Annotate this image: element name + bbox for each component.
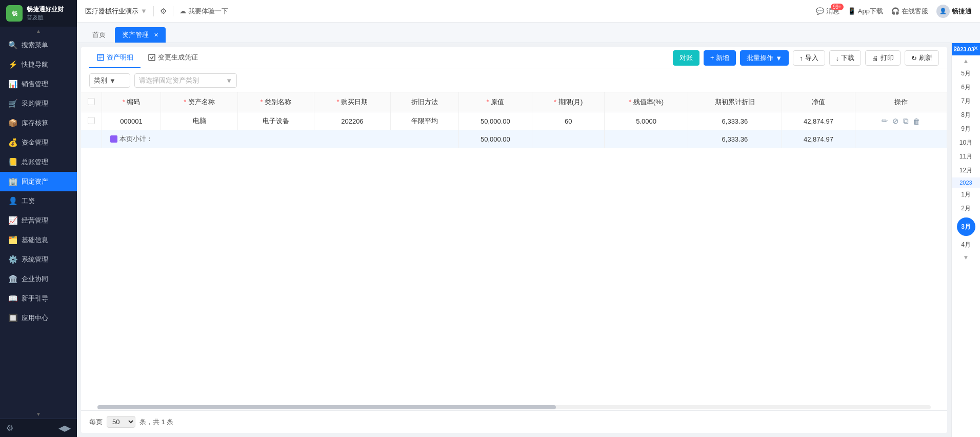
category-type-select[interactable]: 类别 ▼ (89, 73, 130, 88)
sidebar-item-operations[interactable]: 📈 经营管理 (0, 211, 77, 230)
calendar-month-1[interactable]: 1月 (952, 188, 980, 202)
sidebar-item-quicknav[interactable]: ⚡ 快捷导航 (0, 55, 77, 74)
th-original-value: 原值 (458, 92, 532, 112)
header-checkbox[interactable] (88, 98, 95, 105)
calendar-month-8[interactable]: 8月 (952, 108, 980, 122)
sidebar-nav: 🔍 搜索菜单 ⚡ 快捷导航 📊 销售管理 🛒 采购管理 📦 库存核算 💰 资金管… (0, 35, 77, 410)
category-type-dropdown-icon: ▼ (109, 77, 116, 85)
copy-icon[interactable]: ⧉ (903, 116, 909, 126)
edit-icon[interactable]: ✏ (882, 116, 888, 126)
row-residual-rate: 5.0000 (605, 112, 688, 130)
row-net-value: 42,874.97 (782, 112, 855, 130)
pagination: 每页 50 100 200 条，共 1 条 (81, 410, 947, 433)
message-button[interactable]: 💬 消息 99+ (816, 7, 839, 16)
sidebar-item-funds[interactable]: 💰 资金管理 (0, 133, 77, 152)
calendar-month-3-current[interactable]: 3月 (957, 217, 975, 236)
settings-gear-icon[interactable]: ⚙ (160, 7, 167, 16)
reconcile-button[interactable]: 对账 (673, 50, 699, 66)
subtotal-net-value: 42,874.97 (782, 130, 855, 148)
sidebar-scroll-up[interactable]: ▲ (0, 27, 77, 35)
tabbar: 首页 资产管理 ✕ (77, 23, 980, 43)
table-body: 000001 电脑 电子设备 202206 年限平均 50,000.00 60 … (81, 112, 947, 148)
customer-service-button[interactable]: 🎧 在线客服 (891, 7, 928, 16)
calendar-month-2[interactable]: 2月 (952, 202, 980, 215)
sidebar-item-sales[interactable]: 📊 销售管理 (0, 74, 77, 94)
company-selector[interactable]: 医疗器械行业演示 ▼ (85, 7, 147, 16)
collapse-icon[interactable]: ◀▶ (58, 423, 71, 433)
calendar-expand-icon[interactable]: ⬚ (954, 45, 959, 52)
sub-tab-asset-detail[interactable]: 资产明细 (89, 48, 141, 68)
page-content: 资产明细 变更生成凭证 对账 (77, 43, 980, 437)
th-purchase-date: 购买日期 (314, 92, 390, 112)
tab-asset-management-close[interactable]: ✕ (154, 32, 158, 38)
settings-icon[interactable]: ⚙ (6, 423, 13, 433)
download-button[interactable]: ↓ 下载 (829, 50, 862, 66)
sidebar-item-purchase[interactable]: 🛒 采购管理 (0, 94, 77, 113)
row-code: 000001 (102, 112, 161, 130)
app-download-button[interactable]: 📱 App下载 (848, 7, 883, 16)
main-area: 医疗器械行业演示 ▼ ⚙ ☁ 我要体验一下 💬 消息 99+ 📱 App下载 🎧… (77, 0, 980, 437)
scrollbar-thumb[interactable] (97, 405, 556, 409)
sidebar-item-enterprise[interactable]: 🏛️ 企业协同 (0, 269, 77, 289)
sidebar-item-fixed-assets[interactable]: 🏢 固定资产 (0, 172, 77, 191)
user-avatar: 👤 (936, 5, 950, 18)
sidebar-item-payroll[interactable]: 👤 工资 (0, 191, 77, 211)
per-page-select[interactable]: 50 100 200 (107, 416, 135, 428)
th-checkbox (81, 92, 102, 112)
calendar-nav-down[interactable]: ▼ (952, 252, 980, 263)
calendar-close-icon[interactable]: ✕ (973, 45, 978, 52)
experience-button[interactable]: ☁ 我要体验一下 (179, 7, 228, 16)
sidebar-item-search[interactable]: 🔍 搜索菜单 (0, 35, 77, 55)
sidebar-item-ledger[interactable]: 📒 总账管理 (0, 152, 77, 172)
sidebar-item-appstore[interactable]: 🔲 应用中心 (0, 308, 77, 328)
customer-service-icon: 🎧 (891, 7, 899, 15)
calendar-month-9[interactable]: 9月 (952, 122, 980, 136)
sidebar-item-guide[interactable]: 📖 新手引导 (0, 289, 77, 308)
generate-voucher-icon (148, 53, 156, 62)
sub-tab-generate-voucher[interactable]: 变更生成凭证 (141, 48, 205, 68)
batch-dropdown-icon: ▼ (775, 54, 782, 62)
ledger-icon: 📒 (8, 157, 17, 167)
asset-table: 编码 资产名称 类别名称 购买日期 折旧方法 原值 期限(月) 残值率(%) 期… (81, 92, 947, 148)
toolbar: 对账 + 新增 批量操作 ▼ ↑ 导入 ↓ 下载 (673, 47, 939, 69)
category-input[interactable]: 请选择固定资产类别 ▼ (134, 73, 237, 88)
th-code: 编码 (102, 92, 161, 112)
row-checkbox[interactable] (88, 117, 95, 124)
user-menu[interactable]: 👤 畅捷通 (936, 5, 972, 18)
app-download-label: App下载 (858, 7, 883, 16)
calendar-nav-up[interactable]: ▲ (952, 55, 980, 67)
refresh-button[interactable]: ↻ 刷新 (905, 50, 939, 66)
sidebar-item-funds-label: 资金管理 (22, 138, 48, 147)
delete-icon[interactable]: 🗑 (913, 117, 921, 126)
search-icon: 🔍 (8, 41, 17, 50)
batch-button[interactable]: 批量操作 ▼ (740, 50, 789, 66)
calendar-month-12[interactable]: 12月 (952, 164, 980, 177)
sidebar-item-system-label: 系统管理 (22, 255, 48, 264)
tab-asset-management[interactable]: 资产管理 ✕ (115, 27, 166, 43)
subtotal-empty-2 (532, 130, 605, 148)
sidebar-item-basic-info[interactable]: 🗂️ 基础信息 (0, 230, 77, 250)
calendar-month-6[interactable]: 6月 (952, 81, 980, 94)
subtotal-label-text: 本页小计： (119, 134, 153, 144)
calendar-month-5[interactable]: 5月 (952, 67, 980, 81)
calendar-month-4[interactable]: 4月 (952, 238, 980, 252)
subtotal-original-value: 50,000.00 (458, 130, 532, 148)
calendar-down-icon: ▼ (963, 254, 969, 261)
sidebar-item-inventory[interactable]: 📦 库存核算 (0, 113, 77, 133)
sub-tab-asset-detail-label: 资产明细 (107, 53, 133, 62)
tab-home[interactable]: 首页 (85, 27, 113, 43)
calendar-month-7[interactable]: 7月 (952, 94, 980, 108)
calendar-month-10[interactable]: 10月 (952, 136, 980, 150)
sidebar-item-system[interactable]: ⚙️ 系统管理 (0, 250, 77, 269)
th-net-value: 净值 (782, 92, 855, 112)
print-button[interactable]: 🖨 打印 (865, 50, 901, 66)
new-button[interactable]: + 新增 (704, 50, 736, 66)
horizontal-scrollbar[interactable] (81, 403, 947, 410)
disable-icon[interactable]: ⊘ (892, 116, 899, 126)
calendar-month-11[interactable]: 11月 (952, 150, 980, 164)
sidebar-scroll-down[interactable]: ▼ (0, 410, 77, 419)
import-button[interactable]: ↑ 导入 (793, 50, 825, 66)
quicknav-icon: ⚡ (8, 60, 17, 69)
import-icon: ↑ (799, 54, 803, 62)
subtotal-accumulated: 6,333.36 (688, 130, 782, 148)
